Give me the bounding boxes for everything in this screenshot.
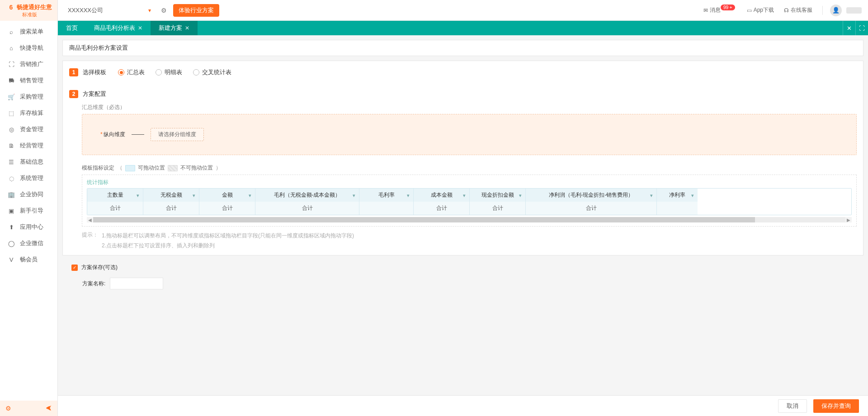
sidebar-item-label: 企业微信 <box>20 239 43 247</box>
metric-header-8[interactable]: 净利率▾ <box>657 189 698 202</box>
sidebar-item-icon: 🗎 <box>7 142 15 149</box>
sidebar-item-11[interactable]: ▣新手引导 <box>0 203 57 219</box>
horizontal-scrollbar[interactable]: ◀ ▶ <box>87 217 852 222</box>
cta-button[interactable]: 体验行业方案 <box>173 4 219 17</box>
scrollbar-thumb[interactable] <box>93 217 755 222</box>
metric-header-1[interactable]: 无税金额▾ <box>143 189 199 202</box>
metric-total-5: 合计 <box>414 202 470 215</box>
header-messages-label: 消息 <box>710 6 721 14</box>
sidebar-item-icon: ⛟ <box>7 77 15 84</box>
company-settings-icon[interactable]: ⚙ <box>159 7 169 14</box>
sidebar-item-13[interactable]: ◯企业微信 <box>0 235 57 251</box>
sidebar-item-label: 新手引导 <box>20 207 43 215</box>
close-icon[interactable]: ✕ <box>185 25 189 31</box>
logo-edition: 标准版 <box>22 11 37 18</box>
tab-0[interactable]: 首页 <box>58 21 86 35</box>
tab-close-all[interactable]: ✕ <box>843 21 855 35</box>
sidebar-item-2[interactable]: ⛶营销推广 <box>0 56 57 72</box>
tab-fullscreen[interactable]: ⛶ <box>855 21 868 35</box>
sidebar-item-1[interactable]: ⌂快捷导航 <box>0 40 57 56</box>
sidebar-item-8[interactable]: ☰基础信息 <box>0 154 57 170</box>
legend-nodrag: 不可拖动位置 <box>180 164 213 172</box>
sidebar-item-5[interactable]: ⬚库存核算 <box>0 105 57 121</box>
metric-header-5[interactable]: 成本金额▾ <box>414 189 470 202</box>
sidebar-item-4[interactable]: 🛒采购管理 <box>0 89 57 105</box>
chevron-down-icon[interactable]: ▾ <box>249 192 251 198</box>
tab-1[interactable]: 商品毛利分析表✕ <box>86 21 151 35</box>
sidebar-item-label: 营销推广 <box>20 60 43 68</box>
close-icon[interactable]: ✕ <box>138 25 142 31</box>
sidebar-item-icon: ◯ <box>7 240 15 247</box>
chevron-down-icon[interactable]: ▾ <box>137 192 139 198</box>
dimension-placeholder[interactable]: 请选择分组维度 <box>151 128 204 141</box>
chevron-down-icon[interactable]: ▾ <box>193 192 195 198</box>
workspace: 商品毛利分析方案设置 1 选择模板 汇总表明细表交叉统计表 2 方案配置 <box>58 35 868 416</box>
chevron-down-icon[interactable]: ▾ <box>650 192 653 198</box>
chevron-down-icon[interactable]: ▾ <box>519 192 522 198</box>
header-app-download[interactable]: ▭ App下载 <box>744 6 777 14</box>
save-query-button[interactable]: 保存并查询 <box>813 399 859 413</box>
save-checkbox[interactable]: ✓ <box>71 265 78 271</box>
main: XXXXXX公司 ▾ ⚙ 体验行业方案 ✉ 消息 99 + ▭ App下载 ☊ … <box>58 0 868 416</box>
save-label: 方案保存(可选) <box>81 264 118 271</box>
metric-header-2[interactable]: 金额▾ <box>199 189 255 202</box>
cancel-button[interactable]: 取消 <box>778 399 807 413</box>
chevron-down-icon[interactable]: ▾ <box>691 192 694 198</box>
metric-header-0[interactable]: 主数量▾ <box>87 189 143 202</box>
metric-header-label: 现金折扣金额 <box>481 192 514 198</box>
sidebar-item-12[interactable]: ⬆应用中心 <box>0 219 57 235</box>
metric-header-4[interactable]: 毛利率▾ <box>359 189 414 202</box>
sidebar-item-icon: ◌ <box>7 175 15 182</box>
sidebar-item-label: 采购管理 <box>20 93 43 101</box>
step-title: 方案配置 <box>83 90 106 98</box>
template-radio-1[interactable]: 明细表 <box>156 68 182 76</box>
settings-icon[interactable]: ⚙ <box>5 405 11 412</box>
sidebar-item-label: 畅会员 <box>20 255 38 264</box>
step-title: 选择模板 <box>83 68 106 76</box>
tab-label: 首页 <box>66 24 78 32</box>
dimension-row-label: *纵向维度 <box>100 131 125 138</box>
message-icon: ✉ <box>703 7 708 14</box>
metric-total-2: 合计 <box>199 202 255 215</box>
step-1: 1 选择模板 汇总表明细表交叉统计表 <box>69 66 857 79</box>
sidebar-item-label: 资金管理 <box>20 125 43 133</box>
sidebar-item-6[interactable]: ◎资金管理 <box>0 121 57 137</box>
sidebar-item-9[interactable]: ◌系统管理 <box>0 170 57 186</box>
step-badge: 1 <box>69 68 78 76</box>
radio-dot-icon <box>193 69 199 76</box>
metric-area: 统计指标 主数量▾无税金额▾金额▾毛利（无税金额-成本金额）▾毛利率▾成本金额▾… <box>82 175 857 227</box>
dash-icon <box>132 134 144 135</box>
metric-total-7: 合计 <box>526 202 657 215</box>
sidebar-item-10[interactable]: 🏢企业协同 <box>0 186 57 203</box>
tab-2[interactable]: 新建方案✕ <box>151 21 198 35</box>
metric-header-label: 成本金额 <box>431 192 453 198</box>
metric-header-3[interactable]: 毛利（无税金额-成本金额）▾ <box>255 189 359 202</box>
metric-header-6[interactable]: 现金折扣金额▾ <box>470 189 526 202</box>
chevron-down-icon[interactable]: ▾ <box>353 192 355 198</box>
scroll-left-icon[interactable]: ◀ <box>87 217 93 222</box>
header-messages[interactable]: ✉ 消息 99 + <box>701 6 740 14</box>
plan-name-input[interactable] <box>110 278 163 289</box>
sidebar-item-0[interactable]: ⌕搜索菜单 <box>0 24 57 40</box>
hint-line-1: 2.点击标题栏下拉可设置排序、插入列和删除列 <box>102 241 354 251</box>
chevron-down-icon[interactable]: ▾ <box>463 192 466 198</box>
metric-header-7[interactable]: 净利润（毛利-现金折扣-销售费用）▾ <box>526 189 657 202</box>
template-radio-0[interactable]: 汇总表 <box>118 68 145 76</box>
company-select[interactable]: XXXXXX公司 ▾ <box>64 4 155 17</box>
footer: 取消 保存并查询 <box>58 395 868 416</box>
sidebar-item-7[interactable]: 🗎经营管理 <box>0 137 57 154</box>
scroll-right-icon[interactable]: ▶ <box>845 217 852 222</box>
sidebar-item-14[interactable]: V畅会员 <box>0 251 57 268</box>
collapse-icon[interactable]: ⮜ <box>46 405 52 412</box>
header: XXXXXX公司 ▾ ⚙ 体验行业方案 ✉ 消息 99 + ▭ App下载 ☊ … <box>58 0 868 21</box>
sidebar-item-icon: V <box>7 256 15 263</box>
header-customer-service[interactable]: ☊ 在线客服 <box>781 6 815 14</box>
radio-label: 明细表 <box>165 68 182 76</box>
radio-label: 汇总表 <box>127 68 145 76</box>
logo-text: 畅捷通好生意 <box>17 3 52 11</box>
sidebar-item-3[interactable]: ⛟销售管理 <box>0 72 57 89</box>
radio-label: 交叉统计表 <box>202 68 231 76</box>
avatar[interactable]: 👤 <box>830 5 842 16</box>
chevron-down-icon[interactable]: ▾ <box>407 192 410 198</box>
template-radio-2[interactable]: 交叉统计表 <box>193 68 231 76</box>
